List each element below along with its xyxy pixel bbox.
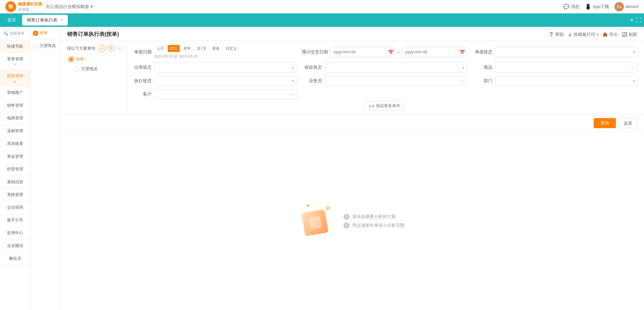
customer-dots-icon[interactable]: ··· bbox=[288, 92, 295, 97]
sidebar-item-app-center[interactable]: 应用中心 bbox=[0, 227, 30, 240]
refresh-btn[interactable]: 🔄 刷新 bbox=[622, 32, 637, 38]
sidebar-item-operation[interactable]: 经营管理 bbox=[0, 163, 30, 176]
sidebar-item-search[interactable]: 🔍 搜索菜单 bbox=[0, 27, 30, 40]
sidebar-item-marketing[interactable]: 营销推广 bbox=[0, 87, 30, 99]
sub-item-arrears[interactable]: 欠货情况 bbox=[30, 40, 60, 52]
export-btn[interactable]: 📤 导出 bbox=[602, 32, 618, 38]
sidebar-item-finance[interactable]: 资金管理 bbox=[0, 150, 30, 163]
app-download-btn[interactable]: 📱 App下载 bbox=[585, 4, 609, 10]
sidebar-item-system[interactable]: 系统管理 bbox=[0, 189, 30, 201]
scheme-item-press-order[interactable]: 按单 bbox=[67, 54, 123, 64]
date-separator: — bbox=[397, 50, 401, 55]
sidebar-item-sales[interactable]: 销售管理 bbox=[0, 99, 30, 112]
expected-date-start-input[interactable] bbox=[331, 47, 394, 57]
sidebar-item-wechat[interactable]: 企业微信 bbox=[0, 240, 30, 252]
logo-area: 畅 畅捷通好生意 标准版 bbox=[5, 1, 42, 12]
date-this-year-btn[interactable]: 本年 bbox=[181, 45, 193, 52]
filter-salesperson-row: 业务员 ··· bbox=[302, 76, 467, 86]
step-num-1: 1 bbox=[343, 214, 350, 220]
salesperson-label: 业务员 bbox=[302, 78, 322, 84]
payment-status-select[interactable] bbox=[325, 62, 467, 72]
app-name: 畅捷通好生意 bbox=[18, 1, 42, 7]
sidebar-item-retail[interactable]: 零售管理 ▾ bbox=[0, 53, 30, 70]
filter-department-row: 部门 ▾ bbox=[472, 76, 637, 86]
arrears-circle-icon bbox=[33, 43, 38, 49]
tab-bar-right: × ⛶ bbox=[630, 17, 641, 23]
export-label: 导出 bbox=[609, 32, 618, 38]
app-sub: 标准版 bbox=[18, 7, 42, 12]
execution-status-label: 执行状态 bbox=[131, 78, 152, 84]
sidebar-item-wholesale[interactable]: 批发管理 ▴ bbox=[0, 70, 30, 87]
department-select[interactable] bbox=[495, 76, 637, 86]
salesperson-dots-icon[interactable]: ··· bbox=[459, 78, 466, 84]
sidebar-item-ecommerce[interactable]: 电商管理 bbox=[0, 112, 30, 125]
sidebar-item-quick-nav[interactable]: 快捷导航 bbox=[0, 40, 30, 53]
wholesale-arrow-icon: ▴ bbox=[14, 80, 16, 83]
customer-input[interactable] bbox=[154, 89, 297, 99]
sidebar-item-purchase[interactable]: 采购管理 bbox=[0, 125, 30, 138]
date-quick-btns: 上月 本月 本年 近7天 更多 自定义 bbox=[154, 45, 297, 52]
goods-label: 商品 bbox=[472, 64, 492, 70]
tab-close-icon[interactable]: × bbox=[61, 18, 63, 22]
filter-scheme-header: 按以下方案查询 + ✎ « bbox=[67, 45, 123, 52]
operation-label: 经营管理 bbox=[7, 166, 23, 172]
industry-select[interactable]: 办公用品行业模拟账套 ▾ bbox=[46, 4, 93, 10]
settings-button[interactable]: 设置 bbox=[619, 118, 637, 128]
scheme-sub-item-arrears[interactable]: 欠货情况 bbox=[67, 64, 123, 74]
order-status-select[interactable] bbox=[495, 47, 637, 57]
empty-icon-wrap bbox=[300, 204, 333, 238]
sub-item-press-order[interactable]: ● 按单 bbox=[30, 27, 60, 40]
content-area: 销售订单执行表(按单) ❓ 帮助 🖨 按模板打印 ▾ 📤 导出 🔄 刷新 bbox=[60, 27, 644, 310]
tab-fullscreen-icon[interactable]: ⛶ bbox=[636, 17, 641, 23]
user-btn[interactable]: Ea demo2 bbox=[614, 2, 639, 11]
collapse-more-btn[interactable]: ∧∧ 收起更多条件 bbox=[364, 101, 405, 110]
step-num-2: 2 bbox=[343, 222, 350, 228]
expected-date-label: 预计交货日期 bbox=[302, 49, 328, 55]
date-more-btn[interactable]: 更多 bbox=[210, 45, 222, 52]
delivery-status-wrap: ▾ bbox=[154, 62, 297, 72]
date-this-month-btn[interactable]: 本月 bbox=[168, 45, 180, 52]
empty-step-2: 2 用过滤条件来缩小分析范围 bbox=[343, 222, 405, 228]
basic-label: 基础信息 bbox=[7, 179, 23, 185]
execution-status-wrap: ▾ bbox=[154, 76, 297, 86]
sidebar-item-guide[interactable]: 新手引导 bbox=[0, 214, 30, 227]
scheme-actions: + ✎ « bbox=[99, 45, 123, 52]
date-last-month-btn[interactable]: 上月 bbox=[154, 45, 166, 52]
help-btn[interactable]: ❓ 帮助 bbox=[548, 32, 564, 38]
add-scheme-btn[interactable]: + bbox=[99, 45, 106, 52]
sidebar-item-member[interactable]: 畅会员 bbox=[0, 252, 30, 265]
query-button[interactable]: 查询 bbox=[594, 118, 616, 128]
sidebar-item-enterprise[interactable]: 企业协同 bbox=[0, 201, 30, 214]
scheme-sub-label: 欠货情况 bbox=[81, 66, 97, 72]
empty-box-shape bbox=[301, 209, 328, 236]
tab-close-window-icon[interactable]: × bbox=[630, 17, 633, 23]
salesperson-input[interactable] bbox=[325, 76, 467, 86]
edit-scheme-btn[interactable]: ✎ bbox=[108, 45, 114, 52]
delivery-status-select[interactable] bbox=[154, 62, 297, 72]
tab-home[interactable]: 首页 bbox=[3, 15, 21, 25]
collapse-scheme-btn[interactable]: « bbox=[116, 45, 123, 52]
expected-date-end-input[interactable] bbox=[402, 47, 466, 57]
guide-label: 新手引导 bbox=[7, 217, 23, 223]
goods-input[interactable] bbox=[495, 62, 637, 72]
refresh-icon: 🔄 bbox=[622, 32, 627, 37]
execution-status-select[interactable] bbox=[154, 76, 297, 86]
date-custom-btn[interactable]: 自定义 bbox=[223, 45, 239, 52]
sidebar-item-inventory[interactable]: 库存核算 bbox=[0, 138, 30, 150]
filter-execution-status-row: 执行状态 ▾ bbox=[131, 76, 297, 86]
sales-label: 销售管理 bbox=[7, 103, 23, 108]
tab-sales-order[interactable]: 销售订单执行表 × bbox=[22, 15, 68, 25]
finance-label: 资金管理 bbox=[7, 154, 23, 159]
goods-dots-icon[interactable]: ··· bbox=[629, 65, 636, 70]
empty-state: 1 请先选择要分析的方案 2 用过滤条件来缩小分析范围 bbox=[60, 132, 644, 310]
delivery-status-label: 出库状态 bbox=[131, 64, 152, 70]
top-bar-right: 💬 消息 📱 App下载 Ea demo2 bbox=[563, 2, 639, 11]
search-icon: 🔍 bbox=[3, 31, 8, 36]
search-label: 搜索菜单 bbox=[10, 31, 24, 36]
sidebar-item-basic[interactable]: 基础信息 bbox=[0, 176, 30, 189]
date-7days-btn[interactable]: 近7天 bbox=[195, 45, 209, 52]
message-btn[interactable]: 💬 消息 bbox=[563, 4, 580, 10]
empty-illustration bbox=[300, 204, 333, 238]
print-btn[interactable]: 🖨 按模板打印 ▾ bbox=[568, 32, 598, 38]
calendar-end-icon: 📅 bbox=[460, 50, 465, 55]
